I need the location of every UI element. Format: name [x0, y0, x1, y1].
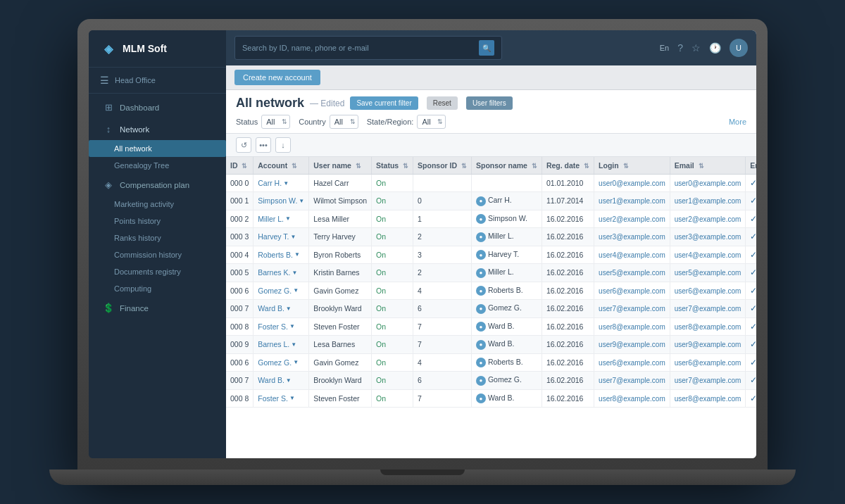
- dots-icon: •••: [259, 141, 268, 149]
- table-row[interactable]: 000 6 Gomez G. ▼ Gavin Gomez On 4 ● Robe…: [226, 282, 756, 300]
- cell-account[interactable]: Barnes K. ▼: [254, 264, 309, 282]
- cell-sponsor-name: ● Roberts B.: [472, 353, 542, 372]
- cell-email: user8@example.com: [670, 389, 746, 408]
- cell-account[interactable]: Harvey T. ▼: [254, 228, 309, 246]
- cell-username: Gavin Gomez: [309, 282, 372, 300]
- filter-country: Country All: [299, 115, 358, 129]
- table-row[interactable]: 000 1 Simpson W. ▼ Wilmot Simpson On 0 ●…: [226, 192, 756, 210]
- col-status[interactable]: Status ⇅: [372, 157, 413, 175]
- cell-account[interactable]: Gomez G. ▼: [254, 353, 309, 372]
- col-id[interactable]: ID ⇅: [226, 157, 254, 175]
- more-link[interactable]: More: [729, 118, 746, 126]
- page-title: All network: [236, 96, 304, 111]
- col-sponsor-id[interactable]: Sponsor ID ⇅: [413, 157, 472, 175]
- cell-account[interactable]: Roberts B. ▼: [254, 246, 309, 264]
- table-row[interactable]: 000 7 Ward B. ▼ Brooklyn Ward On 6 ● Gom…: [226, 300, 756, 318]
- refresh-icon: ↺: [241, 141, 247, 150]
- settings-button[interactable]: •••: [256, 137, 271, 153]
- table-row[interactable]: 000 9 Barnes L. ▼ Lesa Barnes On 7 ● War…: [226, 336, 756, 354]
- status-select[interactable]: All: [261, 115, 290, 129]
- col-email[interactable]: Email ⇅: [670, 157, 746, 175]
- table-row[interactable]: 000 7 Ward B. ▼ Brooklyn Ward On 6 ● Gom…: [226, 372, 756, 390]
- cell-email-status: ✓: [746, 228, 756, 246]
- cell-email: user7@example.com: [670, 372, 746, 390]
- state-select[interactable]: All: [417, 115, 446, 129]
- sidebar-item-documents-registry[interactable]: Documents registry: [89, 263, 226, 280]
- sidebar-item-points-history[interactable]: Points history: [89, 213, 226, 229]
- reset-button[interactable]: Reset: [427, 96, 458, 110]
- avatar[interactable]: U: [730, 39, 748, 57]
- marketing-activity-label: Marketing activity: [114, 200, 174, 208]
- table-row[interactable]: 000 2 Miller L. ▼ Lesa Miller On 1 ● Sim…: [226, 210, 756, 228]
- cell-username: Steven Foster: [309, 317, 372, 336]
- genealogy-tree-label: Genealogy Tree: [114, 161, 169, 170]
- table-row[interactable]: 000 8 Foster S. ▼ Steven Foster On 7 ● W…: [226, 389, 756, 408]
- help-icon[interactable]: ?: [677, 42, 683, 53]
- sidebar-item-dashboard[interactable]: ⊞ Dashboard: [89, 96, 226, 118]
- language-selector[interactable]: En: [660, 44, 669, 52]
- cell-status: On: [372, 353, 413, 372]
- cell-status: On: [372, 264, 413, 282]
- col-username[interactable]: User name ⇅: [309, 157, 372, 175]
- search-box[interactable]: Search by ID, name, phone or e-mail 🔍: [234, 36, 502, 60]
- cell-sponsor-id: 2: [413, 228, 472, 246]
- table-row[interactable]: 000 6 Gomez G. ▼ Gavin Gomez On 4 ● Robe…: [226, 353, 756, 372]
- star-icon[interactable]: ☆: [691, 42, 701, 53]
- sidebar-item-genealogy-tree[interactable]: Genealogy Tree: [89, 157, 226, 174]
- country-select[interactable]: All: [330, 115, 358, 129]
- refresh-button[interactable]: ↺: [236, 137, 251, 153]
- cell-username: Lesa Miller: [309, 210, 372, 228]
- commission-history-label: Commission history: [114, 251, 182, 259]
- ranks-history-label: Ranks history: [114, 234, 161, 242]
- cell-id: 000 0: [226, 175, 254, 192]
- sidebar-item-compensation-plan[interactable]: ◈ Compensation plan: [89, 174, 226, 196]
- cell-account[interactable]: Gomez G. ▼: [254, 282, 309, 300]
- sidebar-item-all-network[interactable]: All network: [89, 140, 226, 157]
- user-filters-button[interactable]: User filters: [466, 96, 513, 110]
- table-row[interactable]: 000 5 Barnes K. ▼ Kristin Barnes On 2 ● …: [226, 264, 756, 282]
- cell-email: user6@example.com: [670, 282, 746, 300]
- cell-account[interactable]: Miller L. ▼: [254, 210, 309, 228]
- cell-account[interactable]: Carr H. ▼: [254, 175, 309, 192]
- sidebar-item-finance[interactable]: 💲 Finance: [89, 297, 226, 319]
- sidebar-item-ranks-history[interactable]: Ranks history: [89, 229, 226, 246]
- cell-account[interactable]: Ward B. ▼: [254, 300, 309, 318]
- sidebar-item-marketing-activity[interactable]: Marketing activity: [89, 196, 226, 213]
- cell-email-status: ✓: [746, 192, 756, 210]
- save-filter-button[interactable]: Save current filter: [350, 96, 418, 110]
- col-account[interactable]: Account ⇅: [254, 157, 309, 175]
- head-office[interactable]: ☰ Head Office: [89, 68, 226, 94]
- table-row[interactable]: 000 4 Roberts B. ▼ Byron Roberts On 3 ● …: [226, 246, 756, 264]
- create-account-button[interactable]: Create new account: [234, 70, 320, 85]
- cell-id: 000 8: [226, 317, 254, 336]
- cell-email-status: ✓: [746, 336, 756, 354]
- sidebar-item-network[interactable]: ↕ Network: [89, 118, 226, 140]
- search-button[interactable]: 🔍: [479, 40, 494, 56]
- col-reg-date[interactable]: Reg. date ⇅: [542, 157, 594, 175]
- cell-id: 000 5: [226, 264, 254, 282]
- laptop-base: [49, 470, 796, 485]
- sidebar-item-computing[interactable]: Computing: [89, 280, 226, 297]
- cell-status: On: [372, 300, 413, 318]
- search-placeholder: Search by ID, name, phone or e-mail: [242, 44, 475, 52]
- table-row[interactable]: 000 8 Foster S. ▼ Steven Foster On 7 ● W…: [226, 317, 756, 336]
- cell-reg-date: 16.02.2016: [542, 336, 594, 354]
- table-row[interactable]: 000 3 Harvey T. ▼ Terry Harvey On 2 ● Mi…: [226, 228, 756, 246]
- cell-id: 000 6: [226, 282, 254, 300]
- table-row[interactable]: 000 0 Carr H. ▼ Hazel Carr On 01.01.2010…: [226, 175, 756, 192]
- cell-account[interactable]: Ward B. ▼: [254, 372, 309, 390]
- cell-account[interactable]: Foster S. ▼: [254, 389, 309, 408]
- download-button[interactable]: ↓: [275, 137, 291, 153]
- clock-icon[interactable]: 🕐: [709, 42, 721, 53]
- sidebar-item-commission-history[interactable]: Commission history: [89, 246, 226, 263]
- cell-account[interactable]: Barnes L. ▼: [254, 336, 309, 354]
- col-email-status[interactable]: Email status ⇅: [746, 157, 756, 175]
- cell-reg-date: 16.02.2016: [542, 264, 594, 282]
- filter-row: Status All Country All: [236, 115, 746, 129]
- col-login[interactable]: Login ⇅: [594, 157, 670, 175]
- col-sponsor-name[interactable]: Sponsor name ⇅: [472, 157, 542, 175]
- cell-account[interactable]: Foster S. ▼: [254, 317, 309, 336]
- cell-email-status: ✓: [746, 389, 756, 408]
- cell-reg-date: 16.02.2016: [542, 317, 594, 336]
- cell-account[interactable]: Simpson W. ▼: [254, 192, 309, 210]
